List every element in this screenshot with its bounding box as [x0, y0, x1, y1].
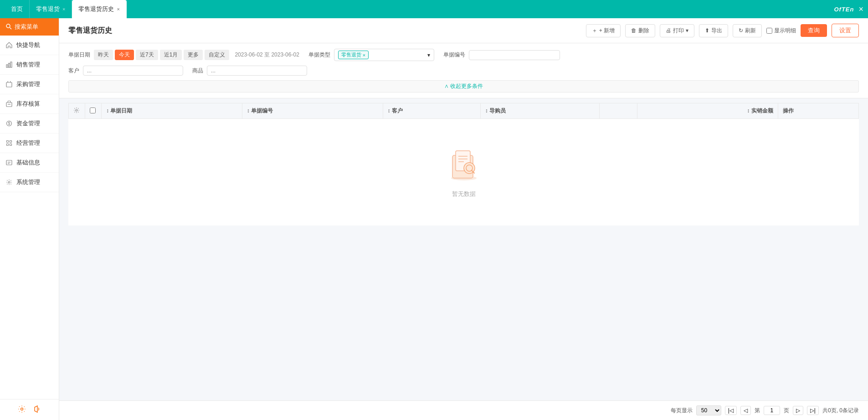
select-all-checkbox[interactable]: [90, 108, 96, 113]
show-detail-checkbox[interactable]: [766, 28, 772, 34]
sidebar-item-quick-nav-label: 快捷导航: [16, 41, 40, 49]
table-header: ↕ 单据日期 ↕ 单据编号 ↕ 客户 ↕ 导购员 ↕: [69, 103, 859, 119]
page-label: 第: [755, 407, 760, 415]
empty-text: 暂无数据: [452, 190, 476, 198]
print-label: 打印: [673, 27, 684, 35]
doc-type-select[interactable]: 零售退货 × ▾: [334, 49, 434, 61]
date-btn-today[interactable]: 今天: [115, 50, 134, 60]
date-btn-yesterday[interactable]: 昨天: [94, 50, 113, 60]
collapse-label: ∧ 收起更多条件: [444, 83, 483, 89]
doc-type-tag: 零售退货 ×: [338, 51, 369, 59]
next-page-btn[interactable]: ▷: [793, 406, 803, 415]
purchase-icon: [5, 81, 13, 88]
last-page-btn[interactable]: ▷|: [807, 406, 819, 415]
add-btn[interactable]: ＋ + 新增: [586, 24, 621, 37]
th-actual-amount[interactable]: ↕ 实销金额: [637, 103, 778, 119]
prev-page-btn[interactable]: ◁: [740, 406, 751, 415]
th-customer-label: ↕ 客户: [388, 108, 403, 114]
sidebar-item-purchase-mgmt[interactable]: 采购管理: [0, 75, 59, 94]
refresh-icon: ↻: [739, 27, 743, 34]
toolbar: ＋ + 新增 🗑 删除 🖨 打印 ▾ ⬆ 导出 ↻: [586, 24, 859, 37]
sidebar-item-system-label: 系统管理: [16, 178, 40, 186]
sidebar-item-quick-nav[interactable]: 快捷导航: [0, 36, 59, 55]
sidebar-item-inventory-label: 库存核算: [16, 100, 40, 108]
total-label: 共0页, 0条记录: [822, 407, 859, 415]
tab-retail-return-close[interactable]: ×: [62, 6, 65, 12]
sidebar-item-base-label: 基础信息: [16, 159, 40, 167]
sidebar-item-sales-label: 销售管理: [16, 61, 40, 69]
refresh-btn[interactable]: ↻ 刷新: [733, 24, 762, 37]
th-doc-date[interactable]: ↕ 单据日期: [102, 103, 242, 119]
delete-btn[interactable]: 🗑 删除: [625, 24, 655, 37]
date-filter: 单据日期 昨天 今天 近7天 近1月 更多 自定义 2023-06-02 至 2…: [68, 50, 299, 60]
show-detail-label-text: 显示明细: [774, 27, 796, 35]
show-detail-toggle[interactable]: 显示明细: [766, 27, 796, 35]
export-label: 导出: [711, 27, 722, 35]
page-input[interactable]: [764, 406, 780, 415]
tab-retail-return[interactable]: 零售退货 ×: [30, 0, 72, 18]
operations-icon: [5, 139, 13, 147]
th-guide-label: ↕ 导购员: [485, 108, 506, 114]
th-operation-label: 操作: [783, 108, 794, 114]
collapse-bar[interactable]: ∧ 收起更多条件: [68, 80, 859, 92]
refresh-label: 刷新: [745, 27, 756, 35]
sidebar-bottom: [0, 399, 59, 420]
print-btn[interactable]: 🖨 打印 ▾: [660, 24, 694, 37]
data-table: ↕ 单据日期 ↕ 单据编号 ↕ 客户 ↕ 导购员 ↕: [68, 103, 859, 119]
date-range-display: 2023-06-02 至 2023-06-02: [235, 51, 299, 59]
th-checkbox[interactable]: [85, 103, 102, 119]
export-icon: ⬆: [705, 27, 709, 34]
sidebar-search-btn[interactable]: 搜索菜单: [0, 18, 59, 36]
doc-no-input[interactable]: [469, 50, 560, 60]
settings-icon[interactable]: [18, 405, 26, 415]
tab-retail-return-history-label: 零售退货历史: [78, 5, 114, 13]
sidebar-item-purchase-label: 采购管理: [16, 80, 40, 88]
goods-input[interactable]: [207, 66, 307, 76]
print-dropdown-icon: ▾: [686, 27, 688, 34]
goods-filter: 商品: [192, 66, 307, 76]
svg-rect-4: [10, 62, 12, 67]
th-customer[interactable]: ↕ 客户: [383, 103, 480, 119]
th-operation: 操作: [778, 103, 858, 119]
date-btn-7days[interactable]: 近7天: [136, 50, 158, 60]
doc-type-tag-text: 零售退货: [341, 51, 361, 58]
tab-retail-return-history-close[interactable]: ×: [117, 6, 119, 12]
sidebar-item-base-info[interactable]: 基础信息: [0, 153, 59, 173]
sidebar-item-operations[interactable]: 经营管理: [0, 133, 59, 153]
date-btn-1month[interactable]: 近1月: [160, 50, 182, 60]
th-doc-date-label: ↕ 单据日期: [106, 108, 132, 114]
pagination: 每页显示 50 100 200 |◁ ◁ 第 页 ▷ ▷| 共0页, 0条记录: [59, 400, 868, 420]
sidebar-item-system[interactable]: 系统管理: [0, 173, 59, 192]
filter-row-1: 单据日期 昨天 今天 近7天 近1月 更多 自定义 2023-06-02 至 2…: [68, 49, 859, 61]
date-btn-custom[interactable]: 自定义: [205, 50, 229, 60]
filter-area: 单据日期 昨天 今天 近7天 近1月 更多 自定义 2023-06-02 至 2…: [59, 43, 868, 98]
date-btn-more[interactable]: 更多: [184, 50, 203, 60]
add-icon: ＋: [592, 27, 597, 35]
customer-input[interactable]: [83, 66, 183, 76]
svg-rect-12: [10, 144, 12, 146]
sidebar-item-sales-mgmt[interactable]: 销售管理: [0, 55, 59, 75]
delete-icon: 🗑: [631, 27, 637, 34]
th-gear[interactable]: [69, 103, 85, 119]
doc-type-tag-close[interactable]: ×: [363, 52, 365, 58]
search-icon: [5, 23, 12, 31]
export-btn[interactable]: ⬆ 导出: [699, 24, 728, 37]
tab-home[interactable]: 首页: [5, 0, 30, 18]
th-guide[interactable]: ↕ 导购员: [480, 103, 599, 119]
add-label: + 新增: [599, 27, 615, 35]
per-page-select[interactable]: 50 100 200: [696, 405, 721, 415]
sidebar-item-operations-label: 经营管理: [16, 139, 40, 147]
th-doc-no[interactable]: ↕ 单据编号: [242, 103, 383, 119]
inventory-icon: [5, 100, 13, 108]
audio-icon[interactable]: [33, 405, 41, 415]
home-icon: [5, 41, 13, 49]
sidebar-item-finance[interactable]: 资金管理: [0, 114, 59, 133]
sidebar: 搜索菜单 快捷导航 销售管理 采购管理 库存核算: [0, 18, 59, 420]
content-area: 零售退货历史 ＋ + 新增 🗑 删除 🖨 打印 ▾ ⬆ 导出: [59, 18, 868, 420]
query-btn[interactable]: 查询: [801, 24, 827, 37]
window-close-btn[interactable]: ×: [858, 5, 863, 14]
sidebar-item-inventory[interactable]: 库存核算: [0, 94, 59, 114]
setting-btn[interactable]: 设置: [832, 24, 859, 37]
tab-retail-return-history[interactable]: 零售退货历史 ×: [72, 0, 126, 18]
first-page-btn[interactable]: |◁: [725, 406, 737, 415]
